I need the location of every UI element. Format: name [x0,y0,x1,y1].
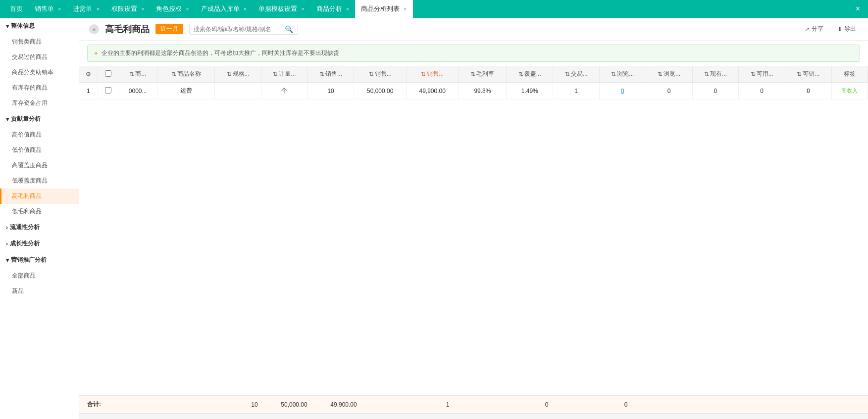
share-button[interactable]: ↗ 分享 [801,23,827,35]
col-tag: 标签 [831,66,868,83]
nav-purchase-order[interactable]: 进货单 × [67,0,105,18]
col-sales-amount: ⇅ 销售... [354,66,407,83]
nav-role-auth[interactable]: 角色授权 × [150,0,195,18]
cell-name: 运费 [157,83,215,99]
cell-browse2: 0 [646,83,692,99]
sidebar-item-traded-goods[interactable]: 交易过的商品 [0,49,79,65]
top-navigation: 首页 销售单 × 进货单 × 权限设置 × 角色授权 × 产成品入库单 × 单据… [0,0,868,18]
col-browse1: ⇅ 浏览... [599,66,646,83]
close-purchase-order[interactable]: × [96,0,99,18]
close-sales-order[interactable]: × [58,0,61,18]
nav-permission-settings[interactable]: 权限设置 × [105,0,150,18]
share-icon: ↗ [805,26,810,33]
cell-sales-amount: 50,000.00 [354,83,407,99]
nav-sales-order[interactable]: 销售单 × [29,0,67,18]
close-role-auth[interactable]: × [186,0,189,18]
close-template-settings[interactable]: × [301,0,304,18]
footer-sales-profit: 49,900.00 [319,401,368,408]
sidebar-collapse-button[interactable]: « [89,24,99,34]
cell-checkbox[interactable] [98,83,118,99]
cell-coverage: 1.49% [507,83,553,99]
col-spec: ⇅ 规格... [215,66,261,83]
info-banner: ✦ 企业的主要的利润都是这部分商品创造的，可考虑加大推广，同时关注库存是不要出现… [87,45,860,62]
sidebar-item-all-goods[interactable]: 全部商品 [0,268,79,283]
footer-stock-saleable: 0 [606,401,646,408]
nav-product-analysis[interactable]: 商品分析 × [310,0,355,18]
col-browse2: ⇅ 浏览... [646,66,692,83]
cell-transaction: 1 [553,83,600,99]
select-all-checkbox[interactable] [105,70,111,77]
table-row: 1 0000... 运费 个 10 50,000.00 49,900.00 99… [79,83,868,99]
sidebar-group-contribution[interactable]: ▾ 贡献量分析 [0,111,79,127]
col-unit: ⇅ 计量... [261,66,307,83]
footer-totals: 合计: 10 50,000.00 49,900.00 1 0 0 [79,395,868,413]
col-coverage: ⇅ 覆盖... [507,66,553,83]
search-box: 🔍 [189,24,298,35]
sidebar-item-low-coverage[interactable]: 低覆盖度商品 [0,173,79,188]
sidebar-item-high-margin[interactable]: 高毛利商品 [0,188,79,204]
close-permission-settings[interactable]: × [141,0,144,18]
search-input[interactable] [194,26,283,33]
close-product-inbound[interactable]: × [244,0,247,18]
col-code: ⇅ 商... [118,66,157,83]
cell-gross-margin: 99.8% [459,83,507,99]
export-icon: ⬇ [837,26,842,33]
col-checkbox[interactable] [98,66,118,83]
sidebar-group-liquidity[interactable]: › 流通性分析 [0,219,79,235]
cell-stock-saleable: 0 [785,83,832,99]
close-product-analysis[interactable]: × [346,0,349,18]
close-product-analysis-list[interactable]: × [404,0,407,18]
table-header-row: ⚙ ⇅ 商... ⇅ [79,66,868,83]
col-settings[interactable]: ⚙ [79,66,98,83]
footer-cells: 10 50,000.00 49,900.00 1 0 0 [111,401,860,408]
sidebar-item-low-margin[interactable]: 低毛利商品 [0,204,79,219]
cell-browse1[interactable]: 0 [599,83,646,99]
sidebar-item-category-rate[interactable]: 商品分类助销率 [0,65,79,80]
cell-stock-available: 0 [739,83,785,99]
data-table-container: ⚙ ⇅ 商... ⇅ [79,66,868,395]
horizontal-scrollbar[interactable] [79,413,868,419]
sidebar: ▾ 整体信息 销售类商品 交易过的商品 商品分类助销率 有库存的商品 库存资金占… [0,18,79,419]
col-stock-current: ⇅ 现有... [692,66,739,83]
page-title: 高毛利商品 [105,23,150,35]
footer-transaction: 1 [428,401,467,408]
export-button[interactable]: ⬇ 导出 [833,23,860,35]
nav-product-analysis-list[interactable]: 商品分析列表 × [355,0,412,18]
data-table: ⚙ ⇅ 商... ⇅ [79,66,868,99]
sidebar-item-high-coverage[interactable]: 高覆盖度商品 [0,158,79,173]
time-filter-button[interactable]: 近一月 [155,24,183,34]
sidebar-group-marketing[interactable]: ▾ 营销推广分析 [0,252,79,268]
footer-sales-amount: 50,000.00 [269,401,319,408]
footer-sales-qty: 10 [240,401,269,408]
sidebar-item-new-goods[interactable]: 新品 [0,283,79,299]
nav-home[interactable]: 首页 [4,0,29,18]
cell-spec [215,83,261,99]
col-sales-qty: ⇅ 销售... [307,66,354,83]
cell-code: 0000... [118,83,157,99]
cell-tag: 高收入 [831,83,868,99]
col-stock-saleable: ⇅ 可销... [785,66,832,83]
bulb-icon: ✦ [94,50,99,57]
sidebar-item-sales-goods[interactable]: 销售类商品 [0,34,79,49]
sidebar-item-low-value[interactable]: 低价值商品 [0,142,79,158]
sidebar-group-overall[interactable]: ▾ 整体信息 [0,18,79,34]
sidebar-item-stocked-goods[interactable]: 有库存的商品 [0,80,79,95]
col-name: ⇅ 商品名称 [157,66,215,83]
col-gross-margin: ⇅ 毛利率 [459,66,507,83]
col-sales-profit: ⇅ 销售... [406,66,459,83]
header-actions: ↗ 分享 ⬇ 导出 [801,23,860,35]
cell-sales-qty: 10 [307,83,354,99]
footer-label: 合计: [87,400,101,409]
col-transaction: ⇅ 交易... [553,66,600,83]
nav-template-settings[interactable]: 单据模板设置 × [253,0,310,18]
main-layout: ▾ 整体信息 销售类商品 交易过的商品 商品分类助销率 有库存的商品 库存资金占… [0,18,868,419]
row-checkbox[interactable] [105,87,111,93]
nav-product-inbound[interactable]: 产成品入库单 × [195,0,253,18]
sidebar-item-stock-capital[interactable]: 库存资金占用 [0,95,79,111]
sidebar-item-high-value[interactable]: 高价值商品 [0,127,79,142]
cell-unit: 个 [261,83,307,99]
sidebar-group-growth[interactable]: › 成长性分析 [0,235,79,252]
window-close-button[interactable]: × [852,4,864,13]
cell-sales-profit: 49,900.00 [406,83,459,99]
search-icon[interactable]: 🔍 [285,25,293,33]
